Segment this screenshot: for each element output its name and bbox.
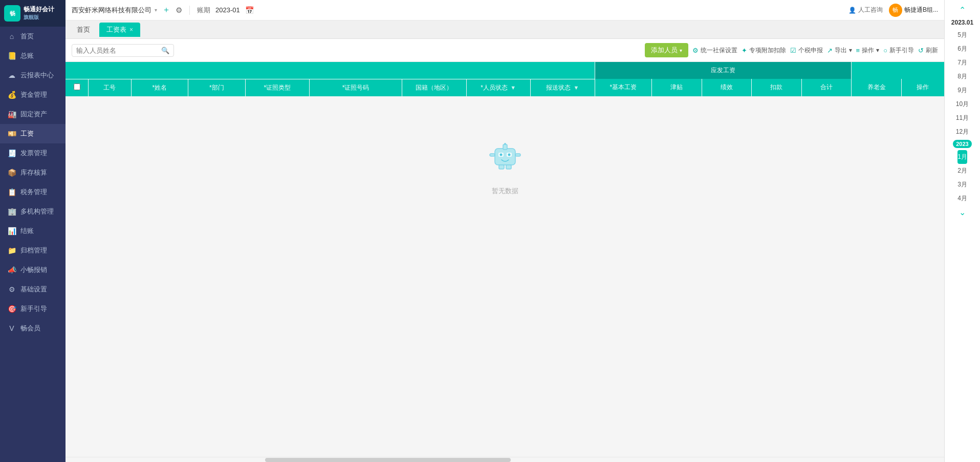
nav-label-4: 固定资产 bbox=[20, 110, 47, 119]
sidebar-item-首页[interactable]: ⌂首页 bbox=[0, 27, 66, 46]
add-company-button[interactable]: ＋ bbox=[162, 5, 170, 15]
period-label: 账期 bbox=[197, 6, 210, 15]
app-header: 西安虾米网络科技有限公司 ▾ ＋ ⚙ 账期 2023-01 📅 👤 人工咨询 畅… bbox=[66, 0, 944, 20]
export-icon: ↗ bbox=[827, 47, 833, 54]
cal-month-prev-7[interactable]: 7月 bbox=[956, 56, 969, 70]
svg-rect-8 bbox=[515, 154, 520, 156]
search-input[interactable] bbox=[76, 47, 158, 54]
calendar-year-header: 2023.01 bbox=[951, 17, 973, 28]
sidebar-item-小畅报销[interactable]: 📣小畅报销 bbox=[0, 260, 66, 280]
refresh-label: 刷新 bbox=[926, 46, 938, 55]
calendar-down-nav[interactable]: ⌄ bbox=[957, 205, 968, 219]
cal-month-curr-3[interactable]: 3月 bbox=[957, 178, 967, 192]
sidebar-item-归档管理[interactable]: 📁归档管理 bbox=[0, 241, 66, 260]
th-id-no: *证照号码 bbox=[310, 79, 402, 96]
nav-label-1: 总账 bbox=[20, 51, 34, 60]
sidebar-item-税务管理[interactable]: 📋税务管理 bbox=[0, 182, 66, 202]
th-total: 合计 bbox=[801, 79, 852, 96]
cal-month-prev-10[interactable]: 10月 bbox=[956, 97, 969, 111]
guide-label: 新手引导 bbox=[889, 46, 914, 55]
operations-button[interactable]: ≡ 操作 ▾ bbox=[856, 46, 880, 55]
tab-close-icon[interactable]: × bbox=[129, 26, 133, 33]
refresh-button[interactable]: ↺ 刷新 bbox=[918, 46, 938, 55]
cal-month-curr-2[interactable]: 2月 bbox=[957, 164, 967, 178]
operations-label: 操作 bbox=[862, 46, 874, 55]
guide-button[interactable]: ○ 新手引导 bbox=[883, 46, 914, 55]
export-label: 导出 bbox=[835, 46, 847, 55]
nav-icon-5: 💴 bbox=[7, 130, 16, 138]
sidebar-item-畅会员[interactable]: V畅会员 bbox=[0, 319, 66, 338]
nav-label-2: 云报表中心 bbox=[20, 71, 54, 80]
nav-icon-1: 📒 bbox=[7, 52, 16, 60]
refresh-icon: ↺ bbox=[918, 47, 924, 54]
select-all-checkbox[interactable] bbox=[74, 83, 80, 90]
th-checkbox bbox=[66, 79, 89, 96]
export-button[interactable]: ↗ 导出 ▾ bbox=[827, 46, 852, 55]
sidebar-item-结账[interactable]: 📊结账 bbox=[0, 221, 66, 241]
cal-month-prev-11[interactable]: 11月 bbox=[956, 111, 969, 125]
nav-label-6: 发票管理 bbox=[20, 149, 47, 158]
person-status-filter-icon[interactable]: ▼ bbox=[510, 85, 516, 91]
cal-month-prev-8[interactable]: 8月 bbox=[956, 70, 969, 83]
cal-month-prev-9[interactable]: 9月 bbox=[956, 83, 969, 97]
sidebar-item-发票管理[interactable]: 🧾发票管理 bbox=[0, 143, 66, 163]
tax-report-button[interactable]: ☑ 个税申报 bbox=[790, 46, 823, 55]
calendar-up-nav[interactable]: ⌃ bbox=[957, 3, 968, 17]
cal-month-prev-5[interactable]: 5月 bbox=[956, 28, 969, 42]
sidebar-item-云报表中心[interactable]: ☁云报表中心 bbox=[0, 66, 66, 85]
th-operations: 操作 bbox=[901, 79, 944, 96]
svg-point-3 bbox=[499, 153, 502, 156]
submit-status-filter-icon[interactable]: ▼ bbox=[573, 85, 579, 91]
nav-icon-0: ⌂ bbox=[7, 32, 16, 40]
th-id-type: *证照类型 bbox=[245, 79, 309, 96]
add-person-button[interactable]: 添加人员 ▾ bbox=[645, 43, 688, 57]
tab-salary[interactable]: 工资表 × bbox=[99, 23, 140, 37]
sidebar-item-固定资产[interactable]: 🏭固定资产 bbox=[0, 104, 66, 124]
app-logo: 畅 畅通好会计 旗舰版 bbox=[0, 0, 66, 27]
th-deduction: 扣款 bbox=[752, 79, 802, 96]
social-security-button[interactable]: ⚙ 统一社保设置 bbox=[692, 46, 737, 55]
salary-table-body: 暂无数据 bbox=[66, 96, 944, 237]
company-chevron-icon: ▾ bbox=[155, 7, 157, 13]
guide-icon: ○ bbox=[883, 47, 887, 54]
tab-bar: 首页 工资表 × bbox=[66, 20, 944, 39]
group-yifa-label: 应发工资 bbox=[595, 62, 852, 79]
logo-icon: 畅 bbox=[4, 5, 20, 22]
nav-label-3: 资金管理 bbox=[20, 90, 47, 99]
sidebar-item-总账[interactable]: 📒总账 bbox=[0, 46, 66, 66]
nav-label-15: 畅会员 bbox=[20, 324, 40, 333]
th-no: 工号 bbox=[89, 79, 132, 96]
cal-month-prev-12[interactable]: 12月 bbox=[956, 125, 969, 139]
sidebar-item-库存核算[interactable]: 📦库存核算 bbox=[0, 163, 66, 182]
tab-home[interactable]: 首页 bbox=[70, 23, 97, 37]
nav-label-8: 税务管理 bbox=[20, 187, 47, 197]
empty-state: 暂无数据 bbox=[66, 96, 944, 237]
salary-toolbar: 🔍 添加人员 ▾ ⚙ 统一社保设置 ✦ 专项附加扣除 ☑ 个税申报 ↗ 导出 bbox=[66, 39, 944, 62]
special-deduction-button[interactable]: ✦ 专项附加扣除 bbox=[742, 46, 786, 55]
calendar-icon[interactable]: 📅 bbox=[245, 6, 254, 14]
sidebar-item-工资[interactable]: 💴工资 bbox=[0, 124, 66, 143]
th-dept: *部门 bbox=[188, 79, 245, 96]
table-group-header-row: 应发工资 bbox=[66, 62, 944, 79]
user-menu[interactable]: 畅 畅捷通B组... bbox=[889, 4, 938, 17]
sidebar-item-基础设置[interactable]: ⚙基础设置 bbox=[0, 280, 66, 299]
nav-icon-6: 🧾 bbox=[7, 149, 16, 157]
cal-month-curr-1[interactable]: 1月 bbox=[957, 150, 967, 164]
sidebar-item-新手引导[interactable]: 🎯新手引导 bbox=[0, 299, 66, 319]
svg-point-6 bbox=[504, 143, 506, 145]
group-spacer bbox=[66, 62, 595, 79]
nav-icon-7: 📦 bbox=[7, 169, 16, 177]
settings-icon[interactable]: ⚙ bbox=[176, 6, 182, 15]
scrollbar-thumb[interactable] bbox=[265, 458, 511, 462]
company-selector[interactable]: 西安虾米网络科技有限公司 ▾ bbox=[72, 6, 157, 15]
group-other-spacer bbox=[852, 62, 944, 79]
username-label: 畅捷通B组... bbox=[904, 6, 938, 14]
cal-month-prev-6[interactable]: 6月 bbox=[956, 42, 969, 56]
sidebar-item-多机构管理[interactable]: 🏢多机构管理 bbox=[0, 202, 66, 221]
table-scrollbar[interactable] bbox=[66, 457, 944, 462]
service-button[interactable]: 👤 人工咨询 bbox=[848, 6, 883, 14]
sidebar-item-资金管理[interactable]: 💰资金管理 bbox=[0, 85, 66, 104]
cal-month-curr-4[interactable]: 4月 bbox=[957, 192, 967, 205]
nav-icon-11: 📁 bbox=[7, 246, 16, 255]
search-icon: 🔍 bbox=[161, 47, 169, 54]
